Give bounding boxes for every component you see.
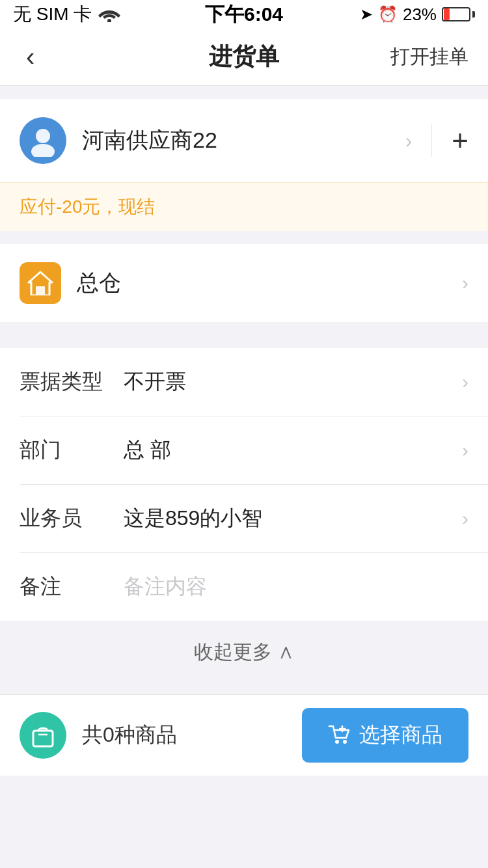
section-gap-3 — [0, 322, 488, 335]
house-icon — [27, 271, 53, 295]
warehouse-section: 总仓 › — [0, 244, 488, 322]
page-title: 进货单 — [209, 41, 279, 73]
supplier-chevron-icon: › — [405, 129, 413, 153]
svg-point-1 — [36, 129, 50, 143]
remark-value[interactable]: 备注内容 — [124, 573, 468, 601]
remark-row[interactable]: 备注 备注内容 — [0, 553, 488, 621]
department-label: 部门 — [20, 436, 124, 465]
battery-percent: 23% — [403, 5, 437, 25]
battery-indicator — [442, 7, 475, 21]
carrier-label: 无 SIM 卡 — [13, 2, 92, 27]
page-background — [0, 776, 488, 868]
section-gap-1 — [0, 86, 488, 99]
location-icon: ➤ — [360, 5, 373, 23]
status-right: ➤ ⏰ 23% — [360, 5, 475, 25]
supplier-section: 河南供应商22 › + 应付-20元，现结 — [0, 99, 488, 231]
alarm-icon: ⏰ — [378, 5, 398, 23]
svg-rect-4 — [36, 286, 45, 295]
salesperson-value: 这是859的小智 — [124, 504, 462, 533]
department-row[interactable]: 部门 总 部 › — [0, 416, 488, 484]
salesperson-label: 业务员 — [20, 504, 124, 533]
svg-point-0 — [107, 19, 111, 22]
svg-rect-5 — [33, 731, 53, 746]
notice-bar: 应付-20元，现结 — [0, 182, 488, 231]
warehouse-label: 总仓 — [77, 268, 462, 298]
shopping-bag-icon — [29, 722, 57, 749]
back-button[interactable]: ‹ — [20, 36, 41, 78]
notice-text: 应付-20元，现结 — [20, 197, 155, 217]
section-gap-2 — [0, 231, 488, 244]
select-product-label: 选择商品 — [359, 721, 442, 750]
section-gap-4 — [0, 684, 488, 694]
warehouse-row[interactable]: 总仓 › — [0, 244, 488, 322]
salesperson-chevron-icon: › — [462, 508, 468, 530]
form-section: 票据类型 不开票 › 部门 总 部 › 业务员 这是859的小智 › 备注 备注… — [0, 348, 488, 621]
cart-icon — [328, 724, 351, 747]
product-count-label: 共0种商品 — [82, 721, 302, 750]
bottom-bar: 共0种商品 选择商品 — [0, 694, 488, 776]
warehouse-chevron-icon: › — [462, 272, 468, 294]
collapse-row[interactable]: 收起更多 ∧ — [0, 621, 488, 684]
status-bar: 无 SIM 卡 下午6:04 ➤ ⏰ 23% — [0, 0, 488, 29]
svg-point-2 — [31, 144, 55, 157]
product-icon — [20, 712, 66, 759]
salesperson-row[interactable]: 业务员 这是859的小智 › — [0, 485, 488, 552]
person-icon — [27, 124, 59, 157]
status-left: 无 SIM 卡 — [13, 2, 120, 27]
open-pending-button[interactable]: 打开挂单 — [390, 44, 468, 70]
select-product-button[interactable]: 选择商品 — [302, 708, 468, 763]
supplier-divider — [431, 124, 432, 157]
svg-point-8 — [343, 740, 347, 744]
department-chevron-icon: › — [462, 439, 468, 461]
remark-label: 备注 — [20, 573, 124, 601]
warehouse-icon — [20, 262, 61, 304]
status-time: 下午6:04 — [205, 1, 283, 28]
supplier-avatar — [20, 117, 66, 164]
department-value: 总 部 — [124, 436, 462, 465]
invoice-type-label: 票据类型 — [20, 368, 124, 396]
supplier-row[interactable]: 河南供应商22 › + — [0, 99, 488, 182]
invoice-type-row[interactable]: 票据类型 不开票 › — [0, 348, 488, 416]
collapse-label: 收起更多 ∧ — [194, 639, 293, 666]
invoice-type-chevron-icon: › — [462, 371, 468, 393]
nav-bar: ‹ 进货单 打开挂单 — [0, 29, 488, 86]
invoice-type-value: 不开票 — [124, 368, 462, 396]
wifi-icon — [98, 7, 120, 22]
svg-point-7 — [335, 740, 339, 744]
supplier-name: 河南供应商22 — [82, 126, 405, 156]
add-supplier-button[interactable]: + — [452, 124, 468, 157]
